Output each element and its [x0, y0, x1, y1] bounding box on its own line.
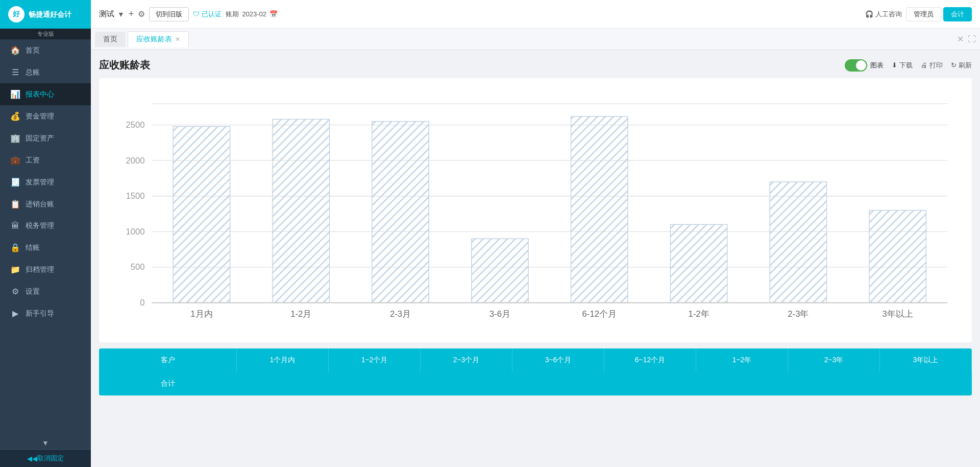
- invoice-icon: 🧾: [10, 177, 20, 187]
- inventory-icon: 📋: [10, 199, 20, 209]
- sidebar-nav: 🏠 首页 ☰ 总账 📊 报表中心 💰 资金管理 🏢 固定资产 💼 工资: [0, 39, 91, 437]
- sidebar-item-ledger[interactable]: ☰ 总账: [0, 61, 91, 83]
- toggle-track[interactable]: [845, 59, 867, 72]
- tab-home[interactable]: 首页: [95, 32, 126, 47]
- project-settings-button[interactable]: ⚙: [138, 9, 145, 19]
- col-header-3y-plus: 3年以上: [880, 348, 972, 372]
- chart-toggle-label: 图表: [870, 61, 884, 70]
- project-selector[interactable]: 测试 ▼: [99, 9, 125, 19]
- bar-chart-container: 0 500 1000 1500 2000 2500 1月内: [99, 78, 972, 342]
- download-icon: ⬇: [892, 61, 897, 69]
- sidebar-item-close[interactable]: 🔒 结账: [0, 237, 91, 259]
- help-button[interactable]: 🎧 人工咨询: [865, 10, 902, 19]
- app-title: 畅捷通好会计: [29, 10, 71, 19]
- sidebar-item-label: 结账: [26, 243, 40, 252]
- ar-aging-table: 客户 1个月内 1~2个月 2~3个月 3~6个月 6~12个月 1~2年 2~…: [99, 348, 972, 395]
- col-header-1m: 1个月内: [237, 348, 329, 372]
- sidebar-logo: 好 畅捷通好会计: [0, 0, 91, 29]
- bar-6-12月: [571, 116, 628, 303]
- tab-close-icon[interactable]: ✕: [175, 36, 180, 43]
- tax-icon: 🏛: [10, 221, 20, 230]
- reports-icon: 📊: [10, 89, 20, 99]
- page-title: 应收账龄表: [99, 58, 150, 72]
- sidebar-item-invoice[interactable]: 🧾 发票管理: [0, 171, 91, 193]
- sidebar-scroll-down[interactable]: ▼: [0, 437, 91, 449]
- sidebar-item-inventory[interactable]: 📋 进销台账: [0, 193, 91, 215]
- admin-role-button[interactable]: 管理员: [906, 7, 941, 21]
- table-header: 客户 1个月内 1~2个月 2~3个月 3~6个月 6~12个月 1~2年 2~…: [99, 348, 972, 395]
- svg-text:0: 0: [140, 298, 144, 308]
- col-header-1-2m: 1~2个月: [329, 348, 421, 372]
- sidebar-item-label: 税务管理: [26, 221, 54, 230]
- toggle-thumb: [856, 60, 866, 71]
- bar-1月内: [173, 126, 230, 302]
- download-button[interactable]: ⬇ 下载: [892, 61, 913, 70]
- app-edition: 专业版: [0, 29, 91, 39]
- svg-text:1000: 1000: [126, 227, 144, 237]
- main-content: 测试 ▼ + ⚙ 切到旧版 🛡 已认证 账期 2023-02 📅 🎧 人工咨询 …: [91, 0, 980, 467]
- sidebar-item-label: 首页: [26, 46, 40, 55]
- sidebar-item-label: 归档管理: [26, 265, 54, 274]
- sidebar-item-label: 总账: [26, 68, 40, 77]
- expand-tab-button[interactable]: ⛶: [968, 34, 976, 44]
- sidebar-item-label: 新手引导: [26, 309, 54, 318]
- sidebar-item-archive[interactable]: 📁 归档管理: [0, 259, 91, 281]
- svg-text:2500: 2500: [126, 120, 144, 130]
- col-header-2-3m: 2~3个月: [421, 348, 512, 372]
- sidebar-item-home[interactable]: 🏠 首页: [0, 39, 91, 61]
- sidebar-item-label: 资金管理: [26, 112, 54, 121]
- sidebar-item-settings[interactable]: ⚙ 设置: [0, 281, 91, 302]
- sidebar-item-tax[interactable]: 🏛 税务管理: [0, 215, 91, 237]
- close-period-icon: 🔒: [10, 243, 20, 252]
- switch-version-button[interactable]: 切到旧版: [149, 7, 189, 21]
- sidebar-item-funds[interactable]: 💰 资金管理: [0, 105, 91, 127]
- refresh-button[interactable]: ↻ 刷新: [951, 61, 972, 70]
- col-header-customer: 客户: [99, 348, 237, 372]
- svg-text:500: 500: [131, 262, 145, 272]
- svg-text:2-3月: 2-3月: [390, 309, 411, 319]
- print-button[interactable]: 🖨 打印: [921, 61, 943, 70]
- certification-status: 🛡 已认证: [193, 10, 222, 19]
- tab-home-label: 首页: [103, 35, 117, 44]
- bar-chart-svg: 0 500 1000 1500 2000 2500 1月内: [109, 88, 962, 332]
- sidebar-item-reports[interactable]: 📊 报表中心: [0, 83, 91, 105]
- col-header-total: 合计: [99, 372, 237, 395]
- tab-ar-aging[interactable]: 应收账龄表 ✕: [128, 31, 189, 48]
- sidebar-item-assets[interactable]: 🏢 固定资产: [0, 127, 91, 149]
- app-logo-icon: 好: [8, 6, 24, 22]
- sidebar-item-label: 固定资产: [26, 134, 54, 143]
- guide-icon: ▶: [10, 309, 20, 318]
- cancel-fixed-area[interactable]: ◀◀ 取消固定: [0, 449, 91, 467]
- calendar-icon[interactable]: 📅: [270, 10, 278, 18]
- tabbar: 首页 应收账龄表 ✕ ✕ ⛶: [91, 29, 980, 50]
- assets-icon: 🏢: [10, 133, 20, 143]
- cancel-fixed-button[interactable]: 取消固定: [37, 454, 64, 463]
- add-project-button[interactable]: +: [129, 9, 134, 19]
- payroll-icon: 💼: [10, 155, 20, 165]
- accountant-role-button[interactable]: 会计: [943, 7, 972, 21]
- sidebar-item-payroll[interactable]: 💼 工资: [0, 149, 91, 171]
- svg-text:2-3年: 2-3年: [788, 309, 808, 319]
- tab-ar-aging-label: 应收账龄表: [136, 35, 172, 44]
- svg-text:3年以上: 3年以上: [883, 309, 913, 319]
- sidebar-item-guide[interactable]: ▶ 新手引导: [0, 302, 91, 324]
- shield-icon: 🛡: [193, 10, 200, 18]
- svg-text:3-6月: 3-6月: [489, 309, 510, 319]
- bar-2-3年: [770, 182, 826, 303]
- col-header-1-2y: 1~2年: [696, 348, 788, 372]
- funds-icon: 💰: [10, 111, 20, 121]
- ledger-icon: ☰: [10, 67, 20, 77]
- bar-2-3月: [372, 122, 429, 303]
- print-icon: 🖨: [921, 61, 927, 69]
- svg-text:2000: 2000: [126, 156, 144, 166]
- page-actions: 图表 ⬇ 下载 🖨 打印 ↻ 刷新: [845, 59, 972, 72]
- col-header-6-12m: 6~12个月: [604, 348, 696, 372]
- chart-toggle[interactable]: [845, 59, 867, 72]
- bar-1-2月: [273, 119, 329, 302]
- svg-text:1月内: 1月内: [190, 309, 212, 319]
- close-tab-button[interactable]: ✕: [957, 34, 964, 44]
- refresh-icon: ↻: [951, 61, 957, 69]
- accounting-period: 账期 2023-02 📅: [226, 10, 278, 19]
- cancel-fixed-icon: ◀◀: [27, 455, 37, 462]
- project-dropdown-icon[interactable]: ▼: [117, 10, 125, 18]
